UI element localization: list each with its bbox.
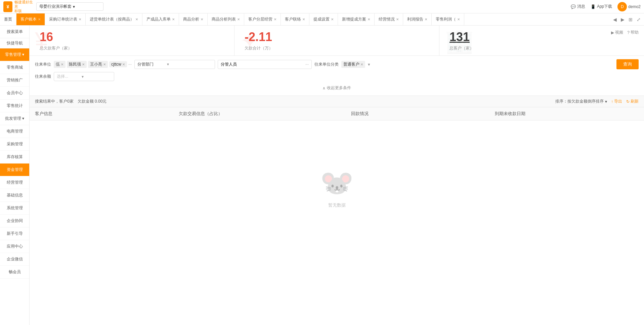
sidebar-item-retail-store[interactable]: 零售商城 [0,61,29,74]
sidebar-quick-nav[interactable]: 快捷导航 [0,38,29,48]
app-icon: 📱 [591,4,596,9]
sidebar-item-retail-mgmt[interactable]: 零售管理 ▾ [0,48,29,61]
refresh-icon: ↻ [626,99,630,104]
col-debt-info: 欠款交易信息（占比） [179,111,351,117]
tag-remove-icon[interactable]: ✕ [360,63,363,66]
sidebar-item-wholesale-mgmt[interactable]: 批发管理 ▾ [0,112,29,125]
results-bar: 搜索结果中，客户0家 欠款金额 0.00元 排序：按欠款金额倒序排序 ▾ ↑ 导… [30,96,644,107]
collapse-button[interactable]: ∧ 收起更多条件 [320,84,354,92]
nav-arrows: ◀ ▶ ⊞ ⤢ [610,16,644,23]
tab-operation-status[interactable]: 经营情况 ✕ [375,13,403,25]
avatar: D [617,2,627,11]
chevron-down-icon: ▾ [167,62,169,67]
chevron-up-icon: ∧ [323,86,326,91]
top-right-actions: 💬 消息 📱 App下载 D demo2 [571,2,641,11]
table-body: 🐭 暂无数据 [30,120,644,255]
tab-close-icon[interactable]: ✕ [425,17,427,21]
tab-close-icon[interactable]: ✕ [396,17,399,21]
sidebar-item-capital-mgmt[interactable]: 资金管理 [0,164,29,176]
export-button[interactable]: ↑ 导出 [611,99,622,104]
tab-new-promotion[interactable]: 新增提成方案 ✕ [338,13,375,25]
tab-customer-account[interactable]: 客户账本 ✕ [16,13,45,25]
nav-expand-icon[interactable]: ⊞ [627,16,634,23]
sidebar-item-ecommerce-mgmt[interactable]: 电商管理 [0,125,29,138]
person-selector[interactable]: 分管人员 ··· [218,60,312,69]
sidebar-search[interactable]: 搜索菜单 [0,26,29,38]
sidebar-item-retail-stats[interactable]: 零售统计 [0,100,29,112]
tag-remove-icon[interactable]: ✕ [82,63,85,66]
tab-profit-report[interactable]: 利润报告 ✕ [403,13,432,25]
sidebar-item-member-center[interactable]: 会员中心 [0,87,29,100]
tab-close-icon[interactable]: ✕ [302,17,305,21]
sidebar-item-app-center[interactable]: 应用中心 [0,240,29,253]
nav-left-arrow[interactable]: ◀ [612,16,618,23]
tab-product-analysis-list[interactable]: 商品分析列表 ✕ [208,13,244,25]
sidebar-item-system-mgmt[interactable]: 系统管理 [0,202,29,215]
help-button[interactable]: ? 帮助 [627,30,639,35]
sidebar-item-inventory[interactable]: 库存核算 [0,151,29,164]
user-menu[interactable]: D demo2 [617,2,641,11]
query-button[interactable]: 查询 [616,59,639,69]
tag-remove-icon[interactable]: ✕ [122,63,125,66]
main-layout: 搜索菜单 快捷导航 零售管理 ▾ 零售商城 营销推广 会员中心 零售统计 批发管… [0,26,644,325]
tab-customer-layer[interactable]: 客户分层经营 ✕ [244,13,281,25]
unit-label: 往来单位 [35,62,51,67]
filter-more-button[interactable]: ··· [128,62,132,67]
table-header: 客户信息 欠款交易信息（占比） 回款情况 到期未收款日期 [30,107,644,120]
sidebar-item-basic-info[interactable]: 基础信息 [0,189,29,202]
message-button[interactable]: 💬 消息 [571,4,585,9]
tab-product-analysis[interactable]: 商品分析 ✕ [179,13,208,25]
stats-total-all-customers: 🏢 ▶ 视频 ? 帮助 131 总客户（家） [439,26,644,56]
video-button[interactable]: ▶ 视频 [611,30,623,35]
filter-row-1: 往来单位 伍 ✕ 陈民强 ✕ 王小亮 ✕ cjttcw [35,59,639,69]
stats-label-total-customers: 总欠款客户（家） [40,45,224,51]
balance-label: 往来余额 [35,74,51,79]
sidebar-item-vip-member[interactable]: 畅会员 [0,266,29,279]
sort-label: 排序：按欠款金额倒序排序 [555,99,604,104]
tag-remove-icon[interactable]: ✕ [61,63,63,66]
sidebar-item-enterprise-wechat[interactable]: 企业微信 [0,253,29,266]
tab-close-icon[interactable]: ✕ [331,17,334,21]
empty-text: 暂无数据 [320,202,354,208]
sidebar-item-purchase-mgmt[interactable]: 采购管理 [0,138,29,151]
tab-close-icon[interactable]: ✕ [237,17,240,21]
tab-close-icon[interactable]: ✕ [172,17,175,21]
chevron-down-icon: ▾ [22,116,24,121]
tab-close-icon[interactable]: ✕ [201,17,203,21]
tab-close-icon[interactable]: ✕ [274,17,276,21]
nav-right-arrow[interactable]: ▶ [619,16,626,23]
nav-fullscreen-icon[interactable]: ⤢ [635,16,642,23]
stats-value-total-debt: -2.11 [245,30,429,44]
app-download-button[interactable]: 📱 App下载 [591,4,612,9]
tab-retail-profit[interactable]: 零售利润（ ✕ [432,13,464,25]
tab-instock-stat[interactable]: 进货单统计表（按商品） ✕ [86,13,142,25]
tab-close-icon[interactable]: ✕ [135,17,138,21]
tab-customer-contact[interactable]: 客户联络 ✕ [281,13,309,25]
filter-tag-unit-class-1: 普通客户 ✕ [341,61,365,68]
tab-close-icon[interactable]: ✕ [457,17,460,21]
dept-selector[interactable]: 分管部门 ▾ [134,60,215,69]
table-area: 客户信息 欠款交易信息（占比） 回款情况 到期未收款日期 🐭 暂无数据 [30,107,644,325]
tab-product-instock[interactable]: 产成品入库单 ✕ [142,13,179,25]
unit-class-expand-icon[interactable]: ▾ [368,62,370,67]
tab-close-icon[interactable]: ✕ [368,17,370,21]
sort-selector[interactable]: 排序：按欠款金额倒序排序 ▾ [555,99,607,104]
workspace-selector[interactable]: 母婴行业演示帐套 ▾ [36,2,103,11]
filter-bar: 往来单位 伍 ✕ 陈民强 ✕ 王小亮 ✕ cjttcw [30,56,644,96]
sidebar-item-enterprise-collab[interactable]: 企业协同 [0,215,29,227]
tab-purchase-order[interactable]: 采购订单统计表 ✕ [45,13,86,25]
refresh-button[interactable]: ↻ 刷新 [626,99,639,104]
tab-close-icon[interactable]: ✕ [38,17,41,21]
tab-home[interactable]: 首页 [0,13,16,25]
tab-close-icon[interactable]: ✕ [79,17,81,21]
sidebar-item-operation-mgmt[interactable]: 经营管理 [0,176,29,189]
help-icon: ? [627,30,630,35]
sidebar-item-newbie-guide[interactable]: 新手引导 [0,227,29,240]
col-repayment: 回款情况 [351,111,495,117]
balance-selector[interactable]: 选择... ▾ [54,72,114,81]
tag-remove-icon[interactable]: ✕ [103,63,106,66]
filter-tag-unit-4: cjttcw ✕ [109,61,127,67]
col-due-date: 到期未收款日期 [495,111,639,117]
tab-promotion-settings[interactable]: 提成设置 ✕ [309,13,338,25]
sidebar-item-marketing[interactable]: 营销推广 [0,74,29,87]
